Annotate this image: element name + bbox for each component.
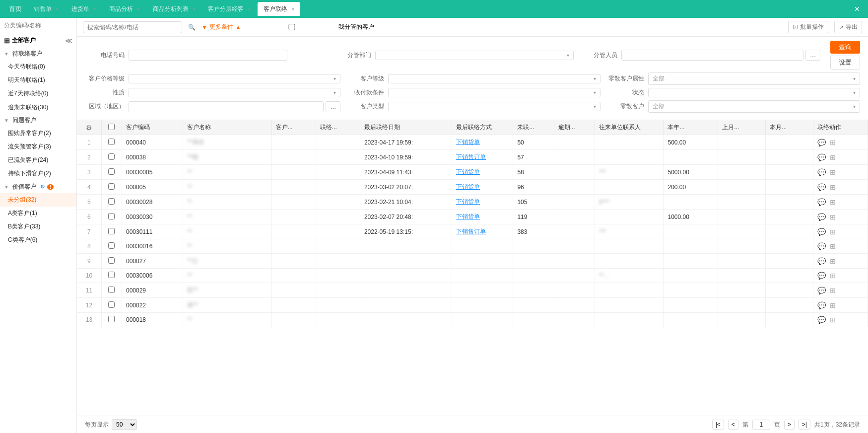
chat-icon[interactable]: 💬: [817, 316, 826, 324]
tab-purchase-close[interactable]: ×: [93, 6, 96, 12]
cell-check[interactable]: [101, 254, 122, 269]
cust-type-select[interactable]: ▾: [388, 102, 600, 111]
cell-check[interactable]: [101, 135, 122, 150]
home-tab[interactable]: 首页: [4, 4, 27, 13]
sidebar-item-7days[interactable]: 近7天待联络(0): [0, 87, 76, 100]
sidebar-search-input[interactable]: [4, 22, 77, 29]
zero-cust-select[interactable]: 全部▾: [648, 100, 860, 113]
all-customers-header[interactable]: ⊞ 全部客户 ≪: [0, 33, 76, 48]
cell-lastway[interactable]: 下销售订单: [452, 224, 513, 239]
grid-icon[interactable]: ⊞: [830, 139, 836, 146]
sidebar-item-abnormal[interactable]: 囤购异常客户(2): [0, 127, 76, 140]
search-input[interactable]: [83, 21, 182, 33]
row-checkbox[interactable]: [108, 228, 115, 234]
row-checkbox[interactable]: [108, 301, 115, 308]
batch-ops-btn[interactable]: ☑ 批量操作: [788, 21, 828, 33]
sidebar-collapse-btn[interactable]: ≪: [65, 37, 72, 45]
cell-check[interactable]: [101, 298, 122, 313]
row-checkbox[interactable]: [108, 272, 115, 278]
reset-button[interactable]: 设置: [830, 56, 860, 70]
grid-icon[interactable]: ⊞: [830, 183, 836, 191]
area-dots-btn[interactable]: …: [326, 101, 340, 112]
grid-icon[interactable]: ⊞: [830, 213, 836, 221]
cell-check[interactable]: [101, 165, 122, 180]
cell-check[interactable]: [101, 210, 122, 224]
row-checkbox[interactable]: [108, 198, 115, 205]
select-all-checkbox[interactable]: [108, 124, 115, 130]
sidebar-item-class-c[interactable]: C类客户(6): [0, 233, 76, 247]
tab-customer-contact-close[interactable]: ×: [291, 6, 294, 12]
tab-analysis-close[interactable]: ×: [137, 6, 140, 12]
grid-icon[interactable]: ⊞: [830, 257, 836, 265]
dept-select[interactable]: ▾: [375, 51, 574, 60]
row-checkbox[interactable]: [108, 242, 115, 249]
window-close-button[interactable]: ✕: [850, 5, 864, 13]
tab-analysis-list[interactable]: 商品分析列表 ×: [147, 2, 201, 16]
query-button[interactable]: 查询: [830, 41, 860, 54]
lastway-link[interactable]: 下销货单: [456, 168, 480, 175]
tab-sales-close[interactable]: ×: [56, 6, 59, 12]
page-number-input[interactable]: [752, 420, 770, 430]
area-input[interactable]: [129, 101, 324, 112]
sidebar-item-declining[interactable]: 持续下滑客户(2): [0, 167, 76, 180]
row-checkbox[interactable]: [108, 183, 115, 190]
tab-customer-contact[interactable]: 客户联络 ×: [258, 2, 300, 16]
lastway-link[interactable]: 下销货单: [456, 198, 480, 205]
row-checkbox[interactable]: [108, 168, 115, 175]
cell-check[interactable]: [101, 283, 122, 298]
grid-icon[interactable]: ⊞: [830, 242, 836, 250]
cell-lastway[interactable]: [452, 269, 513, 283]
sidebar-item-overdue[interactable]: 逾期未联络(30): [0, 101, 76, 114]
grid-icon[interactable]: ⊞: [830, 168, 836, 176]
cell-lastway[interactable]: 下销货单: [452, 180, 513, 195]
more-conditions-btn[interactable]: ▼ 更多条件 ▲: [201, 23, 241, 31]
row-checkbox[interactable]: [108, 287, 115, 293]
next-page-btn[interactable]: >: [784, 420, 795, 430]
price-grade-select[interactable]: ▾: [129, 74, 340, 83]
cell-lastway[interactable]: 下销货单: [452, 135, 513, 150]
per-page-select[interactable]: 50 100 200: [112, 419, 137, 430]
sidebar-item-tomorrow[interactable]: 明天待联络(1): [0, 73, 76, 87]
chat-icon[interactable]: 💬: [817, 183, 826, 191]
cell-check[interactable]: [101, 150, 122, 165]
row-checkbox[interactable]: [108, 316, 115, 322]
last-page-btn[interactable]: >|: [799, 420, 810, 430]
lastway-link[interactable]: 下销货单: [456, 139, 480, 145]
lastway-link[interactable]: 下销货单: [456, 183, 480, 190]
check-col-header[interactable]: [101, 120, 122, 135]
tab-purchase[interactable]: 进货单 ×: [66, 2, 102, 16]
cust-grade-select[interactable]: ▾: [388, 74, 600, 83]
cell-check[interactable]: [101, 269, 122, 283]
chat-icon[interactable]: 💬: [817, 228, 826, 236]
prev-page-btn[interactable]: <: [728, 420, 738, 430]
status-select[interactable]: ▾: [648, 88, 860, 97]
cell-lastway[interactable]: [452, 313, 513, 327]
sidebar-item-ungroup[interactable]: 未分组(32): [0, 193, 76, 207]
row-checkbox[interactable]: [108, 257, 115, 264]
lastway-link[interactable]: 下销货单: [456, 213, 480, 220]
chat-icon[interactable]: 💬: [817, 213, 826, 221]
lastway-link[interactable]: 下销售订单: [456, 153, 486, 160]
zero-attr-select[interactable]: 全部▾: [648, 72, 860, 85]
chat-icon[interactable]: 💬: [817, 139, 826, 146]
row-checkbox[interactable]: [108, 213, 115, 219]
payment-select[interactable]: ▾: [388, 88, 600, 97]
staff-dots-btn[interactable]: …: [805, 50, 820, 61]
grid-icon[interactable]: ⊞: [830, 272, 836, 280]
grid-icon[interactable]: ⊞: [830, 316, 836, 324]
cell-lastway[interactable]: 下销货单: [452, 210, 513, 224]
cell-lastway[interactable]: [452, 298, 513, 313]
row-checkbox[interactable]: [108, 153, 115, 160]
sidebar-item-class-a[interactable]: A类客户(1): [0, 207, 76, 220]
row-checkbox[interactable]: [108, 139, 115, 145]
my-customers-checkbox[interactable]: 我分管的客户: [247, 23, 374, 31]
grid-icon[interactable]: ⊞: [830, 287, 836, 294]
phone-input[interactable]: [129, 50, 287, 61]
sidebar-item-class-b[interactable]: B类客户(33): [0, 220, 76, 233]
first-page-btn[interactable]: |<: [712, 420, 724, 430]
lastway-link[interactable]: 下销售订单: [456, 228, 486, 235]
grid-icon[interactable]: ⊞: [830, 198, 836, 206]
tab-analysis[interactable]: 商品分析 ×: [103, 2, 146, 16]
my-customers-check-input[interactable]: [247, 24, 336, 30]
chat-icon[interactable]: 💬: [817, 272, 826, 280]
